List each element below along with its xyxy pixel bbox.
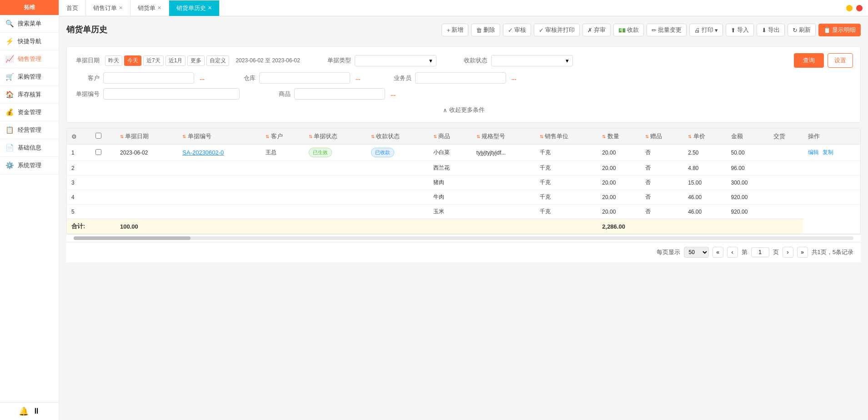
- batch-change-button[interactable]: ✏ 批量变更: [647, 24, 687, 36]
- import-button[interactable]: ⬆ 导入: [726, 24, 754, 36]
- goods-ellipsis-btn[interactable]: ...: [391, 90, 396, 97]
- warehouse-ellipsis-btn[interactable]: ...: [356, 75, 361, 81]
- tab-sales-order[interactable]: 销售订单 ✕: [86, 0, 130, 16]
- edit-action-btn[interactable]: 编辑: [808, 149, 819, 156]
- scrollbar-thumb[interactable]: [74, 236, 191, 240]
- unit-price-col-header[interactable]: ⇅ 单价: [683, 129, 726, 145]
- delete-button[interactable]: 🗑 删除: [471, 24, 500, 36]
- new-button[interactable]: + 新增: [442, 24, 468, 36]
- tab-home[interactable]: 首页: [59, 0, 86, 16]
- date-custom-btn[interactable]: 自定义: [206, 55, 229, 66]
- qty-cell: 20.00: [597, 190, 640, 205]
- close-sales-order-tab-icon[interactable]: ✕: [119, 5, 123, 11]
- close-sales-history-tab-icon[interactable]: ✕: [208, 5, 212, 11]
- sidebar-item-label: 库存核算: [18, 90, 41, 99]
- doc-no-input[interactable]: [103, 88, 240, 100]
- checkbox-cell[interactable]: [91, 190, 115, 205]
- page-size-select[interactable]: 50 10 20 100: [684, 247, 709, 258]
- show-detail-button[interactable]: 📋 显示明细: [818, 24, 861, 36]
- pagination-bar: 每页显示 50 10 20 100 « ‹ 第 页 › » 共1页，5条记录: [66, 242, 861, 262]
- checkbox-cell[interactable]: [91, 175, 115, 190]
- refresh-button[interactable]: ↻ 刷新: [788, 24, 816, 36]
- sidebar-item-inventory[interactable]: 🏠 库存核算: [0, 86, 59, 104]
- date-today-btn[interactable]: 今天: [124, 55, 141, 66]
- abandon-button[interactable]: ✗ 弃审: [582, 24, 611, 36]
- doc-status-cell: [304, 175, 366, 190]
- customer-col-header[interactable]: ⇅ 客户: [261, 129, 304, 145]
- date-7days-btn[interactable]: 近7天: [143, 55, 164, 66]
- sidebar-item-label: 经营管理: [18, 126, 41, 134]
- checkbox-cell[interactable]: [91, 205, 115, 219]
- qty-col-header[interactable]: ⇅ 数量: [597, 129, 640, 145]
- tab-sales-delivery[interactable]: 销货单 ✕: [130, 0, 169, 16]
- amount-cell: 920.00: [727, 190, 769, 205]
- doc-no-link[interactable]: SA-20230602-0: [182, 149, 224, 156]
- goods-input[interactable]: [294, 88, 385, 100]
- doc-type-select[interactable]: ▾: [355, 55, 437, 66]
- customer-ellipsis-btn[interactable]: ...: [200, 75, 205, 81]
- actions-cell: [803, 175, 860, 190]
- sidebar-item-purchase-mgmt[interactable]: 🛒 采购管理: [0, 68, 59, 86]
- close-button[interactable]: [856, 5, 863, 11]
- tab-sales-history[interactable]: 销货单历史 ✕: [169, 0, 220, 16]
- checkbox-cell[interactable]: [91, 161, 115, 175]
- scrollbar-track[interactable]: [74, 236, 853, 240]
- notification-icon[interactable]: 🔔: [19, 406, 29, 416]
- prev-page-button[interactable]: ‹: [727, 247, 738, 258]
- next-page-button[interactable]: ›: [783, 247, 793, 258]
- doc-status-col-header[interactable]: ⇅ 单据状态: [304, 129, 366, 145]
- date-1month-btn[interactable]: 近1月: [166, 55, 186, 66]
- payment-status-select[interactable]: ▾: [491, 55, 573, 66]
- salesperson-ellipsis-btn[interactable]: ...: [512, 75, 517, 81]
- sidebar-item-finance-mgmt[interactable]: 💰 资金管理: [0, 104, 59, 121]
- sidebar-item-label: 搜索菜单: [18, 20, 41, 28]
- pause-icon[interactable]: ⏸: [32, 406, 40, 416]
- table-settings-icon[interactable]: ⚙: [71, 133, 77, 140]
- sales-unit-col-header[interactable]: ⇅ 销售单位: [535, 129, 597, 145]
- clipboard-icon: 📋: [5, 126, 14, 134]
- audit-print-button[interactable]: ✓ 审核并打印: [534, 24, 580, 36]
- collect-button[interactable]: 💵 收款: [613, 24, 644, 36]
- table-row: 4牛肉千克20.00否46.00920.00: [67, 190, 860, 205]
- date-more-btn[interactable]: 更多: [187, 55, 205, 66]
- first-page-button[interactable]: «: [712, 247, 723, 258]
- goods-col-header[interactable]: ⇅ 商品: [429, 129, 472, 145]
- date-yesterday-btn[interactable]: 昨天: [105, 55, 122, 66]
- sidebar-item-ops-mgmt[interactable]: 📋 经营管理: [0, 121, 59, 139]
- cart-icon: 🛒: [5, 73, 14, 81]
- audit-button[interactable]: ✓ 审核: [503, 24, 531, 36]
- sidebar-item-basic-info[interactable]: 📄 基础信息: [0, 139, 59, 157]
- last-page-button[interactable]: »: [797, 247, 808, 258]
- doc-date-col-header[interactable]: ⇅ 单据日期: [115, 129, 178, 145]
- page-size-label: 每页显示: [657, 248, 680, 256]
- customer-input[interactable]: [103, 72, 194, 84]
- checkbox-col-header[interactable]: [91, 129, 115, 145]
- query-button[interactable]: 查询: [794, 53, 824, 68]
- copy-action-btn[interactable]: 复制: [823, 149, 833, 156]
- checkbox-cell[interactable]: [91, 145, 115, 161]
- select-all-checkbox[interactable]: [95, 133, 101, 139]
- minimize-button[interactable]: [846, 5, 853, 11]
- customer-filter-group: 客户 ...: [74, 72, 205, 84]
- payment-status-col-header[interactable]: ⇅ 收款状态: [366, 129, 429, 145]
- salesperson-input[interactable]: [415, 72, 506, 84]
- row-checkbox[interactable]: [95, 149, 101, 155]
- sidebar-item-sys-mgmt[interactable]: ⚙️ 系统管理: [0, 157, 59, 175]
- export-button[interactable]: ⬇ 导出: [757, 24, 785, 36]
- page-number-input[interactable]: [751, 247, 769, 257]
- doc-no-col-header[interactable]: ⇅ 单据编号: [178, 129, 261, 145]
- warehouse-input[interactable]: [259, 72, 350, 84]
- sidebar-item-search-menu[interactable]: 🔍 搜索菜单: [0, 15, 59, 33]
- gift-col-header[interactable]: ⇅ 赠品: [641, 129, 683, 145]
- set-button[interactable]: 设置: [828, 53, 853, 68]
- settings-col-header[interactable]: ⚙: [67, 129, 91, 145]
- delivery-cell: [769, 175, 803, 190]
- spec-type-col-header[interactable]: ⇅ 规格型号: [472, 129, 535, 145]
- sidebar-item-sales-mgmt[interactable]: 📈 销售管理: [0, 50, 59, 68]
- sidebar-item-quick-nav[interactable]: ⚡ 快捷导航: [0, 33, 59, 50]
- collapse-filter-btn[interactable]: ∧ 收起更多条件: [74, 104, 853, 116]
- close-sales-delivery-tab-icon[interactable]: ✕: [157, 5, 161, 11]
- salesperson-label: 业务员: [386, 74, 411, 82]
- sort-icon: ⇅: [602, 134, 606, 139]
- print-button[interactable]: 🖨 打印 ▾: [689, 24, 723, 36]
